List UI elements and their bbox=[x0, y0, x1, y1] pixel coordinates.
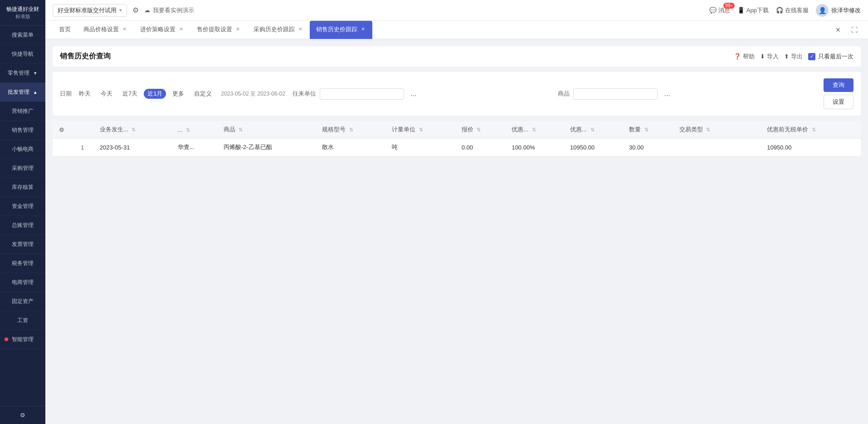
tab-sales-history-close[interactable]: ✕ bbox=[360, 25, 366, 33]
tab-sales-history[interactable]: 销售历史价跟踪 ✕ bbox=[310, 21, 372, 39]
col-biz-date[interactable]: 业务发生... ⇅ bbox=[94, 121, 172, 139]
user-menu[interactable]: 👤 徐泽华修改 bbox=[816, 4, 861, 17]
help-button[interactable]: ❓ 帮助 bbox=[734, 53, 755, 61]
avatar: 👤 bbox=[816, 4, 829, 17]
tab-price-setting-label: 商品价格设置 bbox=[83, 25, 119, 34]
product-filter-label: 商品 bbox=[558, 90, 570, 98]
date-custom[interactable]: 自定义 bbox=[190, 89, 215, 99]
product-selector[interactable]: 好业财标准版交付试用 ▾ bbox=[53, 4, 127, 17]
sidebar-item-finance[interactable]: 资金管理 bbox=[0, 197, 45, 216]
cell-spec: 散水 bbox=[317, 139, 386, 156]
cell-gear bbox=[53, 139, 71, 156]
date-today[interactable]: 今天 bbox=[97, 89, 116, 99]
message-badge: 99+ bbox=[723, 3, 735, 9]
date-last1m[interactable]: 近1月 bbox=[144, 89, 166, 99]
results-table: ⚙ 业务发生... ⇅ ... ⇅ 商品 ⇅ bbox=[53, 121, 861, 156]
cloud-icon: ☁ bbox=[144, 7, 150, 14]
sidebar-item-assets[interactable]: 固定资产 bbox=[0, 292, 45, 311]
sidebar-item-purchase[interactable]: 采购管理 bbox=[0, 159, 45, 178]
sidebar-item-tax[interactable]: 税务管理 bbox=[0, 254, 45, 273]
supplier-filter-label: 往来单位 bbox=[293, 90, 316, 98]
topbar-settings-icon[interactable]: ⚙ bbox=[131, 4, 141, 16]
tab-purchase-history-close[interactable]: ✕ bbox=[297, 25, 303, 33]
sort-product-icon: ⇅ bbox=[239, 127, 243, 132]
tab-price-setting[interactable]: 商品价格设置 ✕ bbox=[77, 21, 134, 39]
filter-area: 日期 昨天 今天 近7天 近1月 更多 自定义 2023-05-02 至 202… bbox=[53, 72, 861, 116]
tab-price-setting-close[interactable]: ✕ bbox=[122, 25, 127, 33]
supplier-dots[interactable]: ... bbox=[408, 89, 419, 99]
sort-biz-date-icon: ⇅ bbox=[132, 127, 136, 132]
cell-qty: 30.00 bbox=[624, 139, 674, 156]
col-product[interactable]: 商品 ⇅ bbox=[218, 121, 317, 139]
tab-sale-extract[interactable]: 售价提取设置 ✕ bbox=[190, 21, 247, 39]
sidebar-item-search[interactable]: 搜索菜单 bbox=[0, 26, 45, 45]
sidebar-item-ledger[interactable]: 总账管理 bbox=[0, 216, 45, 235]
window-maximize-button[interactable]: ⛶ bbox=[848, 24, 861, 36]
filter-settings-button[interactable]: 设置 bbox=[824, 95, 853, 109]
sidebar: 畅捷通好业财 标准版 搜索菜单 快捷导航 零售管理 ▼ 批发管理 ▲ 营销推广 … bbox=[0, 0, 45, 424]
product-input[interactable] bbox=[573, 88, 658, 100]
sidebar-item-inventory[interactable]: 库存核算 bbox=[0, 178, 45, 197]
date-yesterday[interactable]: 昨天 bbox=[75, 89, 94, 99]
cell-index: 1 bbox=[71, 139, 94, 156]
export-button[interactable]: ⬆ 导出 bbox=[784, 53, 803, 61]
product-dots[interactable]: ... bbox=[661, 89, 673, 99]
date-last7[interactable]: 近7天 bbox=[119, 89, 141, 99]
chevron-down-icon: ▾ bbox=[119, 7, 122, 13]
sort-extra-icon: ⇅ bbox=[186, 127, 190, 133]
col-tx-type[interactable]: 交易类型 ⇅ bbox=[674, 121, 744, 139]
sidebar-item-invoice[interactable]: 发票管理 bbox=[0, 235, 45, 254]
tab-purchase-strategy-close[interactable]: ✕ bbox=[178, 25, 184, 33]
query-button[interactable]: 查询 bbox=[824, 78, 853, 92]
col-discount2[interactable]: 优惠... ⇅ bbox=[565, 121, 624, 139]
app-logo: 畅捷通好业财 标准版 bbox=[0, 0, 45, 26]
export-icon: ⬆ bbox=[784, 53, 789, 60]
col-unit[interactable]: 计量单位 ⇅ bbox=[386, 121, 456, 139]
supplier-input[interactable] bbox=[320, 88, 404, 100]
col-qty[interactable]: 数量 ⇅ bbox=[624, 121, 674, 139]
sidebar-item-sales[interactable]: 销售管理 bbox=[0, 121, 45, 140]
username: 徐泽华修改 bbox=[831, 6, 861, 14]
col-tax-price[interactable]: 优惠前无税单价 ⇅ bbox=[761, 121, 861, 139]
sidebar-item-ecommerce-small[interactable]: 小畅电商 bbox=[0, 140, 45, 159]
cell-discount1: 100.00% bbox=[506, 139, 565, 156]
col-gear[interactable]: ⚙ bbox=[53, 121, 71, 139]
tab-purchase-strategy[interactable]: 进价策略设置 ✕ bbox=[134, 21, 190, 39]
tab-purchase-history[interactable]: 采购历史价跟踪 ✕ bbox=[247, 21, 310, 39]
tab-sale-extract-close[interactable]: ✕ bbox=[235, 25, 241, 33]
sidebar-settings-button[interactable]: ⚙ bbox=[0, 406, 45, 424]
online-service-button[interactable]: 🎧 在线客服 bbox=[776, 6, 809, 14]
app-download-button[interactable]: 📱 App下载 bbox=[737, 6, 769, 14]
sidebar-item-retail[interactable]: 零售管理 ▼ bbox=[0, 64, 45, 83]
date-more[interactable]: 更多 bbox=[169, 89, 188, 99]
data-table: ⚙ 业务发生... ⇅ ... ⇅ 商品 ⇅ bbox=[53, 121, 861, 156]
sidebar-item-quicknav[interactable]: 快捷导航 bbox=[0, 45, 45, 64]
col-price[interactable]: 报价 ⇅ bbox=[456, 121, 507, 139]
sidebar-item-smart[interactable]: 智能管理 bbox=[0, 330, 45, 349]
sidebar-item-payroll[interactable]: 工资 bbox=[0, 311, 45, 330]
help-icon: ❓ bbox=[734, 53, 741, 60]
tab-home[interactable]: 首页 bbox=[53, 21, 77, 39]
sidebar-item-ecommerce[interactable]: 电商管理 bbox=[0, 273, 45, 292]
col-discount1[interactable]: 优惠... ⇅ bbox=[506, 121, 565, 139]
col-spacer bbox=[743, 121, 761, 139]
filter-actions: 查询 设置 bbox=[824, 78, 853, 109]
window-close-button[interactable]: ✕ bbox=[832, 24, 844, 36]
only-last-checkbox-label[interactable]: ✓ 只看最后一次 bbox=[808, 53, 853, 61]
gear-icon: ⚙ bbox=[20, 412, 25, 419]
col-spec[interactable]: 规格型号 ⇅ bbox=[317, 121, 386, 139]
message-button[interactable]: 💬 消息 99+ bbox=[709, 6, 730, 14]
sort-discount1-icon: ⇅ bbox=[532, 127, 536, 132]
sidebar-item-wholesale[interactable]: 批发管理 ▲ bbox=[0, 83, 45, 102]
logo-title: 畅捷通好业财 bbox=[4, 5, 42, 13]
topbar-left: 好业财标准版交付试用 ▾ ⚙ ☁ 我要看实例演示 bbox=[53, 4, 194, 17]
supplier-filter-group: 往来单位 ... bbox=[293, 88, 551, 100]
sort-discount2-icon: ⇅ bbox=[590, 127, 595, 132]
message-icon: 💬 bbox=[709, 7, 717, 14]
cell-product: 丙烯酸-2-乙基已酯 bbox=[218, 139, 317, 156]
demo-link[interactable]: ☁ 我要看实例演示 bbox=[144, 6, 194, 14]
cell-discount2: 10950.00 bbox=[565, 139, 624, 156]
sidebar-item-marketing[interactable]: 营销推广 bbox=[0, 102, 45, 121]
import-button[interactable]: ⬇ 导入 bbox=[760, 53, 779, 61]
col-extra[interactable]: ... ⇅ bbox=[172, 121, 218, 139]
